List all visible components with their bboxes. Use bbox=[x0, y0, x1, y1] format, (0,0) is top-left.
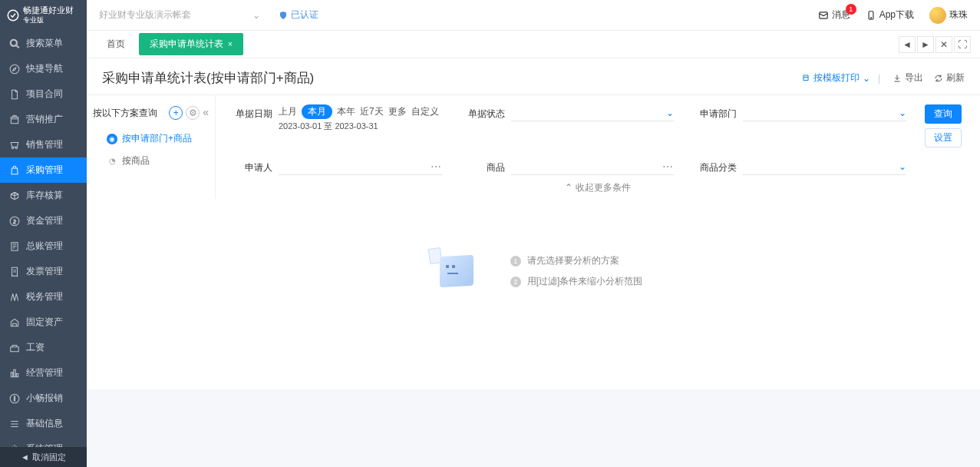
verify-text: 已认证 bbox=[291, 8, 318, 22]
pin-icon: ◄ bbox=[21, 452, 29, 462]
bag-icon bbox=[9, 165, 20, 176]
chevron-down-icon: ⌄ bbox=[863, 73, 870, 84]
sidebar-item-5[interactable]: 采购管理 bbox=[0, 157, 87, 183]
shield-icon bbox=[279, 11, 288, 20]
date-range: 2023-03-01 至 2023-03-31 bbox=[279, 121, 442, 132]
sidebar-item-label: 基础信息 bbox=[26, 417, 63, 430]
app-label: App下载 bbox=[879, 8, 914, 22]
logo-icon bbox=[6, 8, 20, 22]
svg-point-0 bbox=[8, 10, 18, 21]
asset-icon bbox=[9, 317, 20, 328]
sidebar-item-14[interactable]: 小畅报销 bbox=[0, 386, 87, 411]
user-name: 珠珠 bbox=[949, 8, 968, 22]
export-button[interactable]: 导出 bbox=[893, 71, 923, 84]
sidebar-item-label: 工资 bbox=[26, 341, 45, 354]
filter-status[interactable]: 单据状态 ⌄ bbox=[460, 104, 675, 121]
ledger-icon bbox=[9, 241, 20, 252]
tab-close-all[interactable]: ✕ bbox=[935, 36, 952, 53]
date-label: 单据日期 bbox=[228, 104, 272, 121]
sidebar-item-label: 发票管理 bbox=[26, 265, 63, 278]
export-icon bbox=[893, 74, 902, 83]
sidebar-item-15[interactable]: 基础信息 bbox=[0, 411, 87, 436]
date-chip-5[interactable]: 自定义 bbox=[411, 105, 439, 118]
sidebar-item-label: 经营管理 bbox=[26, 366, 63, 379]
print-button[interactable]: 按模板打印 ⌄ | bbox=[801, 71, 882, 84]
tax-icon bbox=[9, 292, 20, 303]
account-selector[interactable]: 好业财专业版演示帐套 ⌄ bbox=[99, 8, 260, 22]
sidebar-item-label: 小畅报销 bbox=[26, 392, 63, 405]
settings-button[interactable]: 设置 bbox=[925, 128, 962, 147]
date-chip-0[interactable]: 上月 bbox=[279, 105, 297, 118]
sidebar-item-label: 税务管理 bbox=[26, 290, 63, 303]
sidebar-item-9[interactable]: 发票管理 bbox=[0, 259, 87, 284]
avatar bbox=[929, 7, 946, 24]
close-icon[interactable]: × bbox=[228, 40, 233, 48]
collapse-scheme-button[interactable]: « bbox=[203, 106, 209, 120]
svg-point-3 bbox=[870, 17, 871, 18]
status-label: 单据状态 bbox=[460, 104, 505, 121]
date-chip-3[interactable]: 近7天 bbox=[360, 105, 384, 118]
sidebar-item-12[interactable]: 工资 bbox=[0, 335, 87, 360]
manage-icon bbox=[9, 368, 20, 379]
add-scheme-button[interactable]: + bbox=[169, 106, 183, 120]
scheme-settings-button[interactable]: ⚙ bbox=[186, 106, 200, 120]
account-name: 好业财专业版演示帐套 bbox=[99, 8, 191, 22]
user-menu[interactable]: 珠珠 bbox=[929, 7, 968, 24]
tab-0[interactable]: 首页 bbox=[96, 33, 136, 55]
sidebar-item-13[interactable]: 经营管理 bbox=[0, 360, 87, 386]
sidebar: 搜索菜单快捷导航项目合同营销推广销售管理采购管理库存核算资金管理总账管理发票管理… bbox=[0, 31, 87, 467]
chevron-up-icon: ⌃ bbox=[565, 182, 572, 193]
sidebar-item-8[interactable]: 总账管理 bbox=[0, 234, 87, 259]
scheme-item-0[interactable]: ◉按申请部门+商品 bbox=[93, 128, 209, 150]
more-icon: ⋯ bbox=[431, 161, 442, 173]
svg-rect-4 bbox=[803, 77, 808, 80]
sidebar-item-label: 搜索菜单 bbox=[26, 37, 63, 50]
filter-applicant[interactable]: 申请人 ⋯ bbox=[228, 158, 442, 175]
chevron-down-icon: ⌄ bbox=[666, 108, 674, 118]
logo: 畅捷通好业财 专业版 bbox=[0, 0, 87, 31]
collapse-filters-button[interactable]: ⌃ 收起更多条件 bbox=[228, 175, 968, 199]
messages-button[interactable]: 消息 1 bbox=[818, 8, 850, 22]
compass-icon bbox=[9, 64, 20, 75]
date-chip-1[interactable]: 本月 bbox=[302, 104, 332, 119]
tab-next[interactable]: ► bbox=[917, 36, 934, 53]
filter-panel: 单据日期 上月本月本年近7天更多自定义 2023-03-01 至 2023-03… bbox=[216, 95, 980, 199]
tab-1[interactable]: 采购申请单统计表× bbox=[139, 33, 243, 55]
chevron-down-icon: ⌄ bbox=[899, 108, 906, 118]
scheme-label: 按申请部门+商品 bbox=[122, 132, 192, 145]
sidebar-item-4[interactable]: 销售管理 bbox=[0, 132, 87, 157]
clock-icon bbox=[107, 156, 117, 167]
filter-dept[interactable]: 申请部门 ⌄ bbox=[692, 104, 906, 121]
tab-prev[interactable]: ◄ bbox=[899, 36, 916, 53]
date-chip-4[interactable]: 更多 bbox=[388, 105, 407, 118]
sidebar-item-0[interactable]: 搜索菜单 bbox=[0, 31, 87, 56]
app-download-button[interactable]: App下载 bbox=[866, 8, 914, 22]
tab-label: 采购申请单统计表 bbox=[150, 38, 223, 49]
cart-icon bbox=[9, 140, 20, 151]
chevron-down-icon: ⌄ bbox=[252, 10, 260, 21]
sidebar-unpin[interactable]: ◄取消固定 bbox=[0, 447, 87, 467]
sidebar-item-3[interactable]: 营销推广 bbox=[0, 107, 87, 132]
refresh-button[interactable]: 刷新 bbox=[934, 71, 965, 84]
refresh-icon bbox=[934, 74, 943, 83]
refresh-label: 刷新 bbox=[946, 71, 965, 84]
query-button[interactable]: 查询 bbox=[925, 104, 962, 124]
filter-product[interactable]: 商品 ⋯ bbox=[460, 158, 675, 175]
sidebar-item-label: 采购管理 bbox=[26, 164, 63, 177]
sidebar-item-10[interactable]: 税务管理 bbox=[0, 284, 87, 310]
tab-fullscreen[interactable]: ⛶ bbox=[954, 36, 971, 53]
sidebar-item-11[interactable]: 固定资产 bbox=[0, 310, 87, 335]
invoice-icon bbox=[9, 267, 20, 277]
sidebar-item-6[interactable]: 库存核算 bbox=[0, 183, 87, 208]
sidebar-item-7[interactable]: 资金管理 bbox=[0, 208, 87, 234]
date-chip-2[interactable]: 本年 bbox=[337, 105, 355, 118]
scheme-item-1[interactable]: 按商品 bbox=[93, 150, 209, 172]
filter-category[interactable]: 商品分类 ⌄ bbox=[692, 158, 906, 175]
scheme-label: 按商品 bbox=[122, 154, 150, 167]
target-icon: ◉ bbox=[107, 134, 117, 144]
sidebar-item-1[interactable]: 快捷导航 bbox=[0, 56, 87, 81]
filter-date: 单据日期 上月本月本年近7天更多自定义 2023-03-01 至 2023-03… bbox=[228, 104, 442, 132]
collapse-label: 收起更多条件 bbox=[576, 182, 631, 193]
sidebar-item-label: 总账管理 bbox=[26, 240, 63, 253]
sidebar-item-2[interactable]: 项目合同 bbox=[0, 81, 87, 107]
